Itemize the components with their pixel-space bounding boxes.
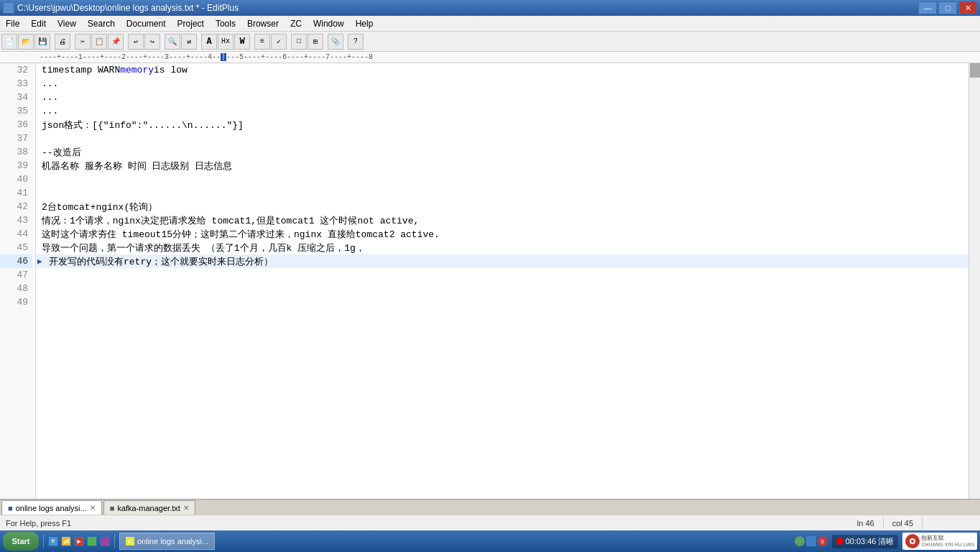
menu-window[interactable]: Window — [308, 16, 350, 31]
taskbar: Start e 📁 ▶ E online logs analysi... S 0… — [0, 530, 980, 552]
code-line-36[interactable]: json格式：[{"info":"......\n......"}] — [36, 118, 969, 132]
line-num-33: 33 — [0, 77, 32, 91]
code-line-45[interactable]: 导致一个问题，第一个请求的数据丢失 （丢了1个月，几百k 压缩之后，1g， — [36, 241, 969, 254]
systray-2 — [806, 536, 816, 546]
tab-online-logs[interactable]: ■ online logs analysi... ✕ — [1, 500, 102, 515]
code-line-40[interactable] — [36, 172, 969, 186]
menu-document[interactable]: Document — [121, 16, 172, 31]
tb-align[interactable]: ≡ — [254, 34, 270, 50]
line-num-38: 38 — [0, 145, 32, 159]
tb-print[interactable]: 🖨 — [55, 34, 70, 50]
code-line-44[interactable]: 这时这个请求夯住 timeout15分钟；这时第二个请求过来，nginx 直接给… — [36, 227, 969, 241]
quicklaunch-4[interactable] — [87, 536, 97, 546]
line-num-44: 44 — [0, 227, 32, 241]
code-line-39[interactable]: 机器名称 服务名称 时间 日志级别 日志信息 — [36, 159, 969, 172]
maximize-button[interactable]: □ — [938, 1, 957, 14]
tab-icon-2: ■ — [110, 504, 115, 512]
tab-close-2[interactable]: ✕ — [183, 504, 189, 512]
code-line-32[interactable]: timestamp WARN memory is low — [36, 63, 969, 77]
close-button[interactable]: ✕ — [958, 1, 977, 14]
code-line-33[interactable]: ... — [36, 77, 969, 91]
menu-zc[interactable]: ZC — [285, 16, 308, 31]
tb-paste[interactable]: 📌 — [108, 34, 124, 50]
line-num-36: 36 — [0, 118, 32, 132]
menu-tools[interactable]: Tools — [210, 16, 241, 31]
brand-logo: 创新互联 CHUANG XIN HU LIAN — [902, 533, 977, 550]
code-line-48[interactable] — [36, 282, 969, 295]
tb-box[interactable]: □ — [291, 34, 307, 50]
status-col: col 45 — [892, 519, 913, 528]
tb-redo[interactable]: ↪ — [144, 34, 160, 50]
code-line-49[interactable] — [36, 295, 969, 309]
tb-copy[interactable]: 📋 — [91, 34, 107, 50]
quicklaunch-folder[interactable]: 📁 — [61, 536, 71, 546]
line-num-41: 41 — [0, 186, 32, 200]
minimize-button[interactable]: — — [918, 1, 937, 14]
tb-open[interactable]: 📂 — [18, 34, 34, 50]
start-button[interactable]: Start — [3, 532, 39, 551]
menu-file[interactable]: File — [0, 16, 25, 31]
code-line-47[interactable] — [36, 268, 969, 282]
line-num-42: 42 — [0, 200, 32, 213]
line-num-45: 45 — [0, 241, 32, 254]
menu-view[interactable]: View — [52, 16, 82, 31]
menu-project[interactable]: Project — [172, 16, 210, 31]
code-line-35[interactable]: ... — [36, 104, 969, 118]
tb-Hx[interactable]: Hx — [218, 34, 234, 50]
taskbar-editplus[interactable]: E online logs analysi... — [119, 533, 215, 550]
taskbar-sep2 — [114, 534, 115, 548]
tb-cols[interactable]: ⊞ — [308, 34, 323, 50]
systray-1 — [795, 536, 805, 546]
code-line-37[interactable] — [36, 132, 969, 145]
tb-cut[interactable]: ✂ — [75, 34, 91, 50]
quicklaunch-ie[interactable]: e — [48, 536, 58, 546]
menu-help[interactable]: Help — [350, 16, 379, 31]
quicklaunch-5[interactable] — [100, 536, 110, 546]
code-line-34[interactable]: ... — [36, 91, 969, 104]
tab-kafka[interactable]: ■ kafka-manager.txt ✕ — [103, 500, 195, 515]
quicklaunch-media[interactable]: ▶ — [74, 536, 84, 546]
code-line-38[interactable]: --改造后 — [36, 145, 969, 159]
tb-save[interactable]: 💾 — [34, 34, 50, 50]
recording-time: 00:03:46 — [846, 537, 877, 546]
tb-new[interactable]: 📄 — [1, 34, 17, 50]
line-num-37: 37 — [0, 132, 32, 145]
status-right: ln 46 col 45 — [857, 518, 980, 529]
tb-help[interactable]: ? — [348, 34, 364, 50]
line-num-47: 47 — [0, 268, 32, 282]
menu-edit[interactable]: Edit — [25, 16, 52, 31]
tb-W[interactable]: W — [234, 34, 250, 50]
tb-check[interactable]: ✓ — [271, 34, 287, 50]
code-line-41[interactable] — [36, 186, 969, 200]
status-ln: ln 46 — [857, 519, 874, 528]
recording-quality: 清晰 — [878, 536, 894, 547]
code-line-46[interactable]: ▶开发写的代码没有retry；这个就要实时来日志分析） — [36, 254, 969, 268]
app-icon — [3, 2, 14, 14]
tab-icon-1: ■ — [8, 504, 13, 512]
menu-search[interactable]: Search — [82, 16, 121, 31]
code-area[interactable]: timestamp WARN memory is low.........jso… — [36, 63, 969, 499]
taskbar-editplus-label: online logs analysi... — [137, 537, 208, 546]
ruler-text: ----+----1----+----2----+----3----+----4… — [40, 52, 373, 63]
tab-bar: ■ online logs analysi... ✕ ■ kafka-manag… — [0, 499, 980, 515]
tab-close-1[interactable]: ✕ — [90, 504, 96, 512]
brand-icon — [905, 534, 920, 548]
tb-clip[interactable]: 📎 — [328, 34, 343, 50]
menu-browser[interactable]: Browser — [241, 16, 285, 31]
taskbar-right: S 00:03:46 清晰 创新互联 CHUANG XIN HU LIAN — [795, 533, 977, 550]
tb-undo[interactable]: ↩ — [128, 34, 144, 50]
code-line-43[interactable]: 情况：1个请求，nginx决定把请求发给 tomcat1,但是tomcat1 这… — [36, 213, 969, 227]
tb-A[interactable]: A — [201, 34, 217, 50]
scrollbar-thumb[interactable] — [970, 63, 980, 78]
tab-label-2: kafka-manager.txt — [117, 504, 180, 512]
line-num-43: 43 — [0, 213, 32, 227]
title-bar-text: C:\Users\jpwu\Desktop\online logs analys… — [17, 3, 239, 13]
status-sep-1 — [883, 518, 884, 529]
tb-search[interactable]: 🔍 — [165, 34, 180, 50]
tab-label-1: online logs analysi... — [16, 504, 87, 512]
editplus-icon: E — [126, 537, 134, 546]
line-num-34: 34 — [0, 91, 32, 104]
tb-replace[interactable]: ⇄ — [181, 34, 197, 50]
code-line-42[interactable]: 2台tomcat+nginx(轮询） — [36, 200, 969, 213]
vertical-scrollbar[interactable] — [969, 63, 980, 499]
